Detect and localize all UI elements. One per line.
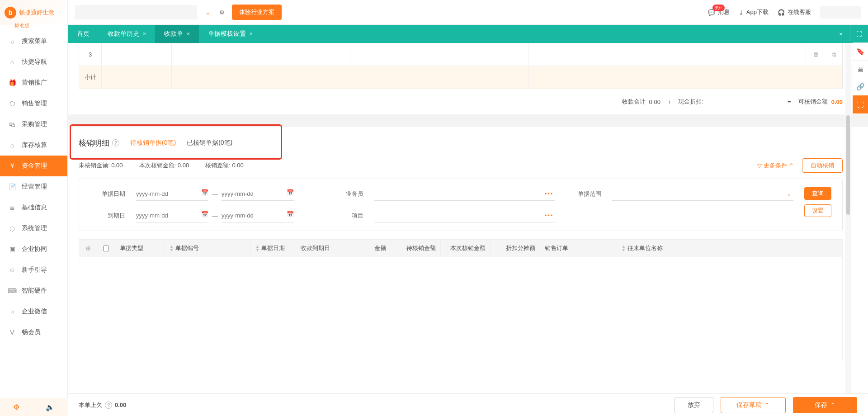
cell[interactable] <box>350 43 529 66</box>
scrollbar-vertical[interactable] <box>845 43 851 393</box>
dock-expand-icon[interactable]: ⛶ <box>853 95 868 113</box>
sidebar-item[interactable]: ⌂库存核算 <box>0 135 67 156</box>
bill-date-from[interactable]: 📅 <box>136 187 208 201</box>
user-menu[interactable] <box>820 6 861 19</box>
sidebar-item[interactable]: V畅会员 <box>0 322 67 343</box>
grid-settings-icon[interactable]: ⚙ <box>79 240 97 257</box>
select-all-checkbox[interactable] <box>97 240 115 257</box>
sidebar-item[interactable]: 🎁营销推广 <box>0 72 67 93</box>
col-sales-order[interactable]: 销售订单 <box>540 240 617 257</box>
calendar-icon[interactable]: 📅 <box>201 189 208 196</box>
salesperson-select[interactable]: ••• <box>374 187 556 201</box>
save-button[interactable]: 保存⌃ <box>793 397 857 413</box>
dock-bookmark-icon[interactable]: 🔖 <box>853 43 868 61</box>
brand-name: 畅捷通好生意 <box>19 9 54 17</box>
company-selector[interactable] <box>75 5 197 19</box>
cell[interactable] <box>172 43 350 66</box>
calendar-icon[interactable]: 📅 <box>201 211 208 217</box>
calendar-icon[interactable]: 📅 <box>287 211 294 217</box>
col-receipt-due[interactable]: 收款到期日 <box>296 240 350 257</box>
chevron-up-icon: ⌃ <box>764 402 770 409</box>
project-select[interactable]: ••• <box>374 209 556 222</box>
sort-icon[interactable]: ▲▼ <box>622 245 626 252</box>
discard-button[interactable]: 放弃 <box>675 397 713 413</box>
more-conditions-toggle[interactable]: ▽ 更多条件 ⌃ <box>757 161 794 170</box>
online-service-link[interactable]: 🎧 在线客服 <box>778 8 811 16</box>
close-icon[interactable]: × <box>187 31 190 37</box>
messages-link[interactable]: 💬 消息 99+ <box>708 8 730 16</box>
gear-icon[interactable]: ⚙ <box>219 9 225 16</box>
save-draft-button[interactable]: 保存草稿⌃ <box>721 397 786 413</box>
chevron-down-icon[interactable]: ⌄ <box>205 9 210 16</box>
calendar-icon[interactable]: 📅 <box>287 189 294 196</box>
copy-icon[interactable]: ⧉ <box>832 51 836 58</box>
col-pending-amount[interactable]: 待核销金额 <box>391 240 441 257</box>
bill-date-to-input[interactable] <box>222 187 294 200</box>
sidebar-item[interactable]: ≣基础信息 <box>0 197 67 218</box>
writeoff-title-text: 核销明细 <box>79 138 109 148</box>
sidebar-item[interactable]: 🛍采购管理 <box>0 114 67 135</box>
col-bill-type[interactable]: 单据类型 <box>115 240 165 257</box>
due-date-from[interactable]: 📅 <box>136 209 208 222</box>
cash-discount-input[interactable] <box>710 96 778 107</box>
app-download-link[interactable]: ⤓ App下载 <box>739 8 769 16</box>
tab[interactable]: 收款单× <box>155 25 199 43</box>
sidebar-item[interactable]: ⌨智能硬件 <box>0 280 67 301</box>
cell[interactable] <box>102 43 172 66</box>
fullscreen-icon[interactable]: ⛶ <box>850 25 868 43</box>
close-icon[interactable]: × <box>143 31 146 37</box>
sidebar-item[interactable]: ◌系统管理 <box>0 218 67 239</box>
due-date-from-input[interactable] <box>136 209 208 222</box>
sidebar-item[interactable]: ☺新手引导 <box>0 260 67 280</box>
col-bill-no[interactable]: ▲▼单据编号 <box>165 240 251 257</box>
help-icon[interactable]: ? <box>112 139 119 147</box>
dock-print-icon[interactable]: 🖶 <box>853 60 868 78</box>
sidebar-item[interactable]: ⌕搜索菜单 <box>0 31 67 52</box>
close-icon[interactable]: × <box>250 31 253 37</box>
tab-done-writeoff[interactable]: 已核销单据(0笔) <box>187 139 232 147</box>
close-all-icon[interactable]: × <box>832 25 850 43</box>
bill-date-range: 📅 — 📅 <box>136 187 317 201</box>
query-button[interactable]: 查询 <box>804 187 831 200</box>
tab[interactable]: 首页 <box>68 25 99 43</box>
col-bill-date[interactable]: ▲▼单据日期 <box>251 240 296 257</box>
sort-icon[interactable]: ▲▼ <box>255 245 259 252</box>
nav-label: 企业协同 <box>22 245 47 253</box>
settings-icon[interactable]: ⚙ <box>13 403 19 411</box>
brand-logo[interactable]: b 畅捷通好生意 <box>0 0 67 25</box>
sidebar-item[interactable]: ⬡销售管理 <box>0 93 67 114</box>
tab-pending-writeoff[interactable]: 待核销单据(0笔) <box>130 139 176 147</box>
bill-date-from-input[interactable] <box>136 187 208 200</box>
col-partner-name[interactable]: ▲▼往来单位名称 <box>617 240 842 257</box>
sidebar-item[interactable]: 📄经营管理 <box>0 176 67 197</box>
sidebar-item[interactable]: ○企业微信 <box>0 301 67 322</box>
scrollbar-thumb[interactable] <box>846 115 850 215</box>
col-amount[interactable]: 金额 <box>350 240 391 257</box>
sound-icon[interactable]: 🔈 <box>46 403 55 411</box>
auto-writeoff-button[interactable]: 自动核销 <box>802 158 843 173</box>
due-date-to-input[interactable] <box>222 209 294 222</box>
more-icon[interactable]: ••• <box>545 212 554 219</box>
tab[interactable]: 单据模板设置× <box>199 25 262 43</box>
col-this-writeoff[interactable]: 本次核销金额 <box>441 240 491 257</box>
delete-icon[interactable]: 🗑 <box>813 51 819 58</box>
nav-label: 销售管理 <box>22 99 47 108</box>
sidebar-item[interactable]: ￥资金管理 <box>0 156 67 176</box>
dock-link-icon[interactable]: 🔗 <box>853 78 868 96</box>
sidebar-item[interactable]: ⌂快捷导航 <box>0 52 67 72</box>
filter-settings-button[interactable]: 设置 <box>804 204 831 217</box>
experience-button[interactable]: 体验行业方案 <box>232 5 282 20</box>
tab-label: 首页 <box>77 30 90 38</box>
help-icon[interactable]: ? <box>105 402 112 409</box>
bill-date-to[interactable]: 📅 <box>222 187 294 201</box>
cell[interactable] <box>529 43 806 66</box>
due-date-to[interactable]: 📅 <box>222 209 294 222</box>
bill-range-select[interactable]: ⌄ <box>612 187 793 201</box>
more-icon[interactable]: ••• <box>545 190 554 197</box>
tab[interactable]: 收款单历史× <box>99 25 155 43</box>
sort-icon[interactable]: ▲▼ <box>170 245 174 252</box>
sidebar-item[interactable]: ▣企业协同 <box>0 239 67 260</box>
chevron-down-icon[interactable]: ⌄ <box>787 190 792 197</box>
nav-icon: ◌ <box>8 224 16 232</box>
col-discount-share[interactable]: 折扣分摊额 <box>491 240 540 257</box>
